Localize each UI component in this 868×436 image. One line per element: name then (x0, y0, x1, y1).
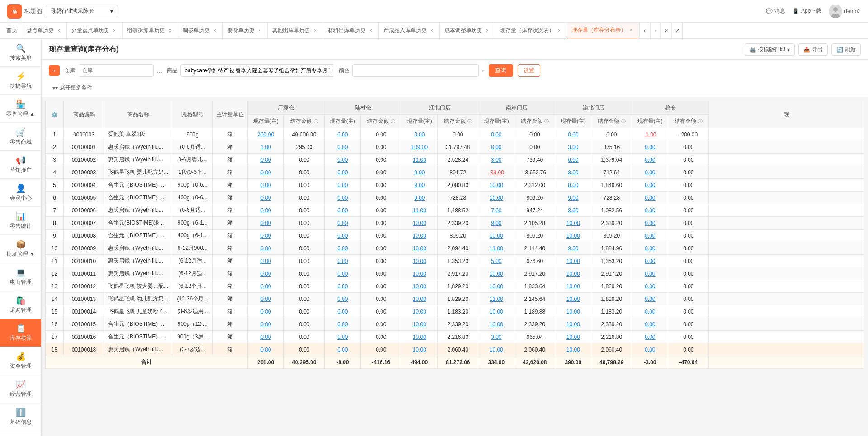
tab-branch-count[interactable]: 分量盘点单历史 × (67, 23, 123, 39)
tab-close-icon[interactable]: × (368, 28, 374, 34)
sidebar-item-retail-mgmt[interactable]: 🏪 零售管理 ▲ (0, 95, 41, 123)
tab-combo[interactable]: 组装拆卸单历史 × (123, 23, 178, 39)
cell-na-qty[interactable]: 9.00 (478, 217, 514, 230)
cell-yb-qty[interactable]: 10.00 (555, 280, 591, 293)
cell-f-qty[interactable]: 0.00 (248, 217, 284, 230)
sidebar-item-retail-shop[interactable]: 🛒 零售商城 (0, 123, 41, 151)
cell-total-qty[interactable]: 0.00 (632, 267, 668, 280)
cell-ld-qty[interactable]: 0.00 (325, 154, 361, 166)
cell-jn-qty[interactable]: 10.00 (401, 230, 438, 242)
cell-total-qty[interactable]: 0.00 (632, 242, 668, 255)
sidebar-item-inventory[interactable]: 📋 库存核算 (0, 319, 41, 347)
cell-total-qty[interactable]: 0.00 (632, 204, 668, 217)
table-wrapper[interactable]: ⚙️ 商品编码 商品名称 规格型号 主计量单位 厂家仓 陆村仓 江北门店 南岸门… (42, 97, 868, 436)
tab-prev-btn[interactable]: ‹ (639, 23, 650, 39)
cell-ld-qty[interactable]: 0.00 (325, 204, 361, 217)
cell-f-qty[interactable]: 0.00 (248, 331, 284, 343)
tab-close-icon[interactable]: × (429, 28, 435, 34)
cell-jn-qty[interactable]: 0.00 (401, 128, 438, 141)
cell-yb-qty[interactable]: 0.00 (555, 128, 591, 141)
cell-f-qty[interactable]: 0.00 (248, 204, 284, 217)
cell-yb-qty[interactable]: 9.00 (555, 192, 591, 204)
cell-total-qty[interactable]: 0.00 (632, 166, 668, 179)
cell-f-qty[interactable]: 0.00 (248, 267, 284, 280)
org-selector[interactable]: 母婴行业演示陈套 ▾ (46, 5, 118, 17)
filter-expand-btn[interactable]: › (49, 65, 60, 76)
tab-product-in[interactable]: 产成品入库单历史 × (379, 23, 440, 39)
cell-f-qty[interactable]: 0.00 (248, 166, 284, 179)
cell-total-qty[interactable]: 0.00 (632, 318, 668, 331)
cell-na-qty[interactable]: 10.00 (478, 343, 514, 356)
tab-other-out[interactable]: 其他出库单历史 × (268, 23, 323, 39)
cell-f-qty[interactable]: 0.00 (248, 343, 284, 356)
settings-gear-icon[interactable]: ⚙️ (51, 112, 58, 118)
cell-f-qty[interactable]: 0.00 (248, 154, 284, 166)
cell-ld-qty[interactable]: 0.00 (325, 141, 361, 154)
tab-material-out[interactable]: 材料出库单历史 × (323, 23, 379, 39)
tab-close-icon[interactable]: × (628, 27, 634, 33)
cell-jn-qty[interactable]: 10.00 (401, 343, 438, 356)
tab-close-icon[interactable]: × (556, 28, 562, 34)
cell-yb-qty[interactable]: 10.00 (555, 217, 591, 230)
cell-na-qty[interactable]: -39.00 (478, 166, 514, 179)
tab-close-icon[interactable]: × (312, 28, 318, 34)
cell-na-qty[interactable]: 7.00 (478, 204, 514, 217)
tab-close-icon[interactable]: × (212, 28, 218, 34)
cell-total-qty[interactable]: 0.00 (632, 217, 668, 230)
cell-ld-qty[interactable]: 0.00 (325, 318, 361, 331)
cell-f-qty[interactable]: 0.00 (248, 305, 284, 318)
cell-ld-qty[interactable]: 0.00 (325, 230, 361, 242)
cell-na-qty[interactable]: 11.00 (478, 293, 514, 305)
cell-yb-qty[interactable]: 10.00 (555, 318, 591, 331)
cell-yb-qty[interactable]: 10.00 (555, 255, 591, 267)
sidebar-item-wholesale[interactable]: 📦 批发管理 ▼ (0, 235, 41, 263)
cell-jn-qty[interactable]: 10.00 (401, 255, 438, 267)
cell-yb-qty[interactable]: 8.00 (555, 204, 591, 217)
cell-yb-qty[interactable]: 10.00 (555, 343, 591, 356)
cell-yb-qty[interactable]: 8.00 (555, 166, 591, 179)
cell-f-qty[interactable]: 0.00 (248, 192, 284, 204)
tab-expand-btn[interactable]: ⤢ (672, 23, 683, 39)
cell-f-qty[interactable]: 0.00 (248, 280, 284, 293)
sidebar-item-basic-info[interactable]: ℹ️ 基础信息 (0, 403, 41, 431)
cell-na-qty[interactable]: 0.00 (478, 141, 514, 154)
cell-jn-qty[interactable]: 9.00 (401, 179, 438, 192)
cell-yb-qty[interactable]: 10.00 (555, 230, 591, 242)
sidebar-item-member[interactable]: 👤 会员中心 (0, 179, 41, 207)
cell-yb-qty[interactable]: 9.00 (555, 242, 591, 255)
cell-ld-qty[interactable]: 0.00 (325, 128, 361, 141)
cell-yb-qty[interactable]: 6.00 (555, 154, 591, 166)
cell-f-qty[interactable]: 0.00 (248, 255, 284, 267)
cell-na-qty[interactable]: 10.00 (478, 280, 514, 293)
cell-jn-qty[interactable]: 10.00 (401, 217, 438, 230)
tab-close-icon[interactable]: × (256, 28, 263, 34)
cell-ld-qty[interactable]: 0.00 (325, 331, 361, 343)
cell-jn-qty[interactable]: 9.00 (401, 166, 438, 179)
export-btn[interactable]: 📤 导出 (798, 43, 828, 56)
cell-jn-qty[interactable]: 9.00 (401, 192, 438, 204)
cell-total-qty[interactable]: 0.00 (632, 255, 668, 267)
sidebar-item-search[interactable]: 🔍 搜索英单 (0, 39, 41, 67)
sidebar-item-purchase[interactable]: 🛍️ 采购管理 (0, 291, 41, 319)
cell-yb-qty[interactable]: 10.00 (555, 331, 591, 343)
cell-ld-qty[interactable]: 0.00 (325, 267, 361, 280)
cell-yb-qty[interactable]: 8.00 (555, 179, 591, 192)
cell-ld-qty[interactable]: 0.00 (325, 255, 361, 267)
cell-f-qty[interactable]: 0.00 (248, 318, 284, 331)
cell-yb-qty[interactable]: 10.00 (555, 305, 591, 318)
sidebar-item-retail-stats[interactable]: 📊 零售统计 (0, 207, 41, 235)
cell-jn-qty[interactable]: 10.00 (401, 293, 438, 305)
cell-jn-qty[interactable]: 10.00 (401, 242, 438, 255)
cell-total-qty[interactable]: 0.00 (632, 280, 668, 293)
cell-jn-qty[interactable]: 11.00 (401, 204, 438, 217)
tab-close-icon[interactable]: × (167, 28, 173, 34)
cell-ld-qty[interactable]: 0.00 (325, 242, 361, 255)
cell-na-qty[interactable]: 10.00 (478, 305, 514, 318)
cell-jn-qty[interactable]: 10.00 (401, 267, 438, 280)
cell-jn-qty[interactable]: 109.00 (401, 141, 438, 154)
sidebar-item-shortcut[interactable]: ⚡ 快捷导航 (0, 67, 41, 95)
cell-na-qty[interactable]: 10.00 (478, 179, 514, 192)
tab-cost-adjust[interactable]: 成本调整单历史 × (440, 23, 495, 39)
cell-na-qty[interactable]: 10.00 (478, 267, 514, 280)
cell-na-qty[interactable]: 3.00 (478, 154, 514, 166)
